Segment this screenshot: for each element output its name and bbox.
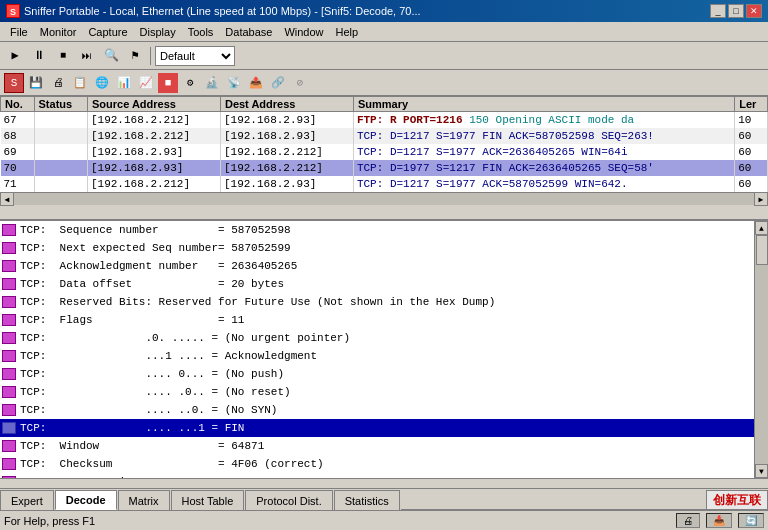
detail-line-icon	[2, 422, 16, 434]
menu-file[interactable]: File	[4, 24, 34, 40]
pause-button[interactable]: ⏸	[28, 45, 50, 67]
menu-help[interactable]: Help	[330, 24, 365, 40]
cell-len: 60	[735, 176, 768, 192]
window-controls[interactable]: _ □ ✕	[710, 4, 762, 18]
detail-line: TCP: Next expected Seq number= 587052599	[0, 239, 768, 257]
flag-button[interactable]: ⚑	[124, 45, 146, 67]
tab-protocol-dist[interactable]: Protocol Dist.	[245, 490, 332, 510]
vscroll-thumb[interactable]	[756, 235, 768, 265]
menu-capture[interactable]: Capture	[82, 24, 133, 40]
detail-line: TCP: Sequence number = 587052598	[0, 221, 768, 239]
detail-line-text: TCP: Data offset = 20 bytes	[20, 278, 284, 290]
search-button[interactable]: 🔍	[100, 45, 122, 67]
detail-line: TCP: Data offset = 20 bytes	[0, 275, 768, 293]
detail-line-icon	[2, 224, 16, 236]
title-bar: S Sniffer Portable - Local, Ethernet (Li…	[0, 0, 768, 22]
tb2-btn-5[interactable]: 🌐	[92, 73, 112, 93]
cell-no: 68	[1, 128, 35, 144]
filter-select[interactable]: Default	[155, 46, 235, 66]
detail-line: TCP: ...1 .... = Acknowledgment	[0, 347, 768, 365]
menu-bar: File Monitor Capture Display Tools Datab…	[0, 22, 768, 42]
detail-line-text: TCP: Urgent pointer = 0	[20, 476, 238, 478]
detail-line-text: TCP: Flags = 11	[20, 314, 244, 326]
table-row[interactable]: 67 [192.168.2.212] [192.168.2.93] FTP: R…	[1, 112, 768, 128]
vscroll-down[interactable]: ▼	[755, 464, 768, 478]
tab-host-table[interactable]: Host Table	[171, 490, 245, 510]
close-button[interactable]: ✕	[746, 4, 762, 18]
tb2-btn-9[interactable]: ⚙	[180, 73, 200, 93]
cell-dst: [192.168.2.93]	[220, 112, 353, 128]
status-text: For Help, press F1	[4, 515, 95, 527]
cell-status	[34, 144, 87, 160]
packet-table: No. Status Source Address Dest Address S…	[0, 96, 768, 192]
cell-src: [192.168.2.212]	[87, 176, 220, 192]
tb2-btn-4[interactable]: 📋	[70, 73, 90, 93]
status-icon-sync: 🔄	[738, 513, 764, 528]
menu-database[interactable]: Database	[219, 24, 278, 40]
detail-line-text: TCP: Next expected Seq number= 587052599	[20, 242, 291, 254]
play-button[interactable]: ▶	[4, 45, 26, 67]
col-dst: Dest Address	[220, 97, 353, 112]
toolbar-1: ▶ ⏸ ■ ⏭ 🔍 ⚑ Default	[0, 42, 768, 70]
filter-dropdown[interactable]: Default	[155, 46, 235, 66]
tb2-btn-13[interactable]: 🔗	[268, 73, 288, 93]
tb2-btn-10[interactable]: 🔬	[202, 73, 222, 93]
tb2-btn-7[interactable]: 📈	[136, 73, 156, 93]
hscroll-left[interactable]: ◀	[0, 192, 14, 206]
packet-hscrollbar[interactable]: ◀ ▶	[0, 192, 768, 206]
hscroll-track[interactable]	[14, 193, 754, 205]
tb2-btn-3[interactable]: 🖨	[48, 73, 68, 93]
tab-statistics[interactable]: Statistics	[334, 490, 400, 510]
tb2-btn-2[interactable]: 💾	[26, 73, 46, 93]
detail-line-text: TCP: .... ...1 = FIN	[20, 422, 244, 434]
tb2-btn-11[interactable]: 📡	[224, 73, 244, 93]
cell-summary: TCP: D=1217 S=1977 FIN ACK=587052598 SEQ…	[353, 128, 734, 144]
tab-bar: Expert Decode Matrix Host Table Protocol…	[0, 488, 768, 510]
tb2-btn-1[interactable]: S	[4, 73, 24, 93]
menu-tools[interactable]: Tools	[182, 24, 220, 40]
detail-line-text: TCP: Acknowledgment number = 2636405265	[20, 260, 297, 272]
detail-line-icon	[2, 296, 16, 308]
detail-line: TCP: Checksum = 4F06 (correct)	[0, 455, 768, 473]
detail-vscrollbar[interactable]: ▲ ▼	[754, 221, 768, 478]
cell-summary: TCP: D=1977 S=1217 FIN ACK=2636405265 SE…	[353, 160, 734, 176]
tab-expert[interactable]: Expert	[0, 490, 54, 510]
detail-line-text: TCP: ...1 .... = Acknowledgment	[20, 350, 317, 362]
tab-matrix[interactable]: Matrix	[118, 490, 170, 510]
cell-src: [192.168.2.93]	[87, 144, 220, 160]
status-icon-down: 📥	[706, 513, 732, 528]
tb2-btn-14[interactable]: ⊘	[290, 73, 310, 93]
table-row[interactable]: 69 [192.168.2.93] [192.168.2.212] TCP: D…	[1, 144, 768, 160]
detail-line-text: TCP: Window = 64871	[20, 440, 264, 452]
detail-line-text: TCP: Checksum = 4F06 (correct)	[20, 458, 324, 470]
detail-line-icon	[2, 278, 16, 290]
cell-no: 67	[1, 112, 35, 128]
table-row[interactable]: 70 [192.168.2.93] [192.168.2.212] TCP: D…	[1, 160, 768, 176]
minimize-button[interactable]: _	[710, 4, 726, 18]
watermark-area: 创新互联	[706, 490, 768, 510]
menu-monitor[interactable]: Monitor	[34, 24, 83, 40]
tb2-btn-6[interactable]: 📊	[114, 73, 134, 93]
app-icon: S	[6, 4, 20, 18]
vscroll-up[interactable]: ▲	[755, 221, 768, 235]
tb2-btn-8[interactable]: ■	[158, 73, 178, 93]
table-row[interactable]: 68 [192.168.2.212] [192.168.2.93] TCP: D…	[1, 128, 768, 144]
hscroll-right[interactable]: ▶	[754, 192, 768, 206]
cell-len: 10	[735, 112, 768, 128]
tb2-btn-12[interactable]: 📤	[246, 73, 266, 93]
maximize-button[interactable]: □	[728, 4, 744, 18]
vscroll-track[interactable]	[755, 235, 768, 464]
menu-display[interactable]: Display	[134, 24, 182, 40]
stop-button[interactable]: ■	[52, 45, 74, 67]
status-icons: 🖨 📥 🔄	[676, 513, 764, 528]
detail-panel: TCP: Sequence number = 587052598TCP: Nex…	[0, 221, 768, 479]
table-row[interactable]: 71 [192.168.2.212] [192.168.2.93] TCP: D…	[1, 176, 768, 192]
cell-no: 70	[1, 160, 35, 176]
tab-decode[interactable]: Decode	[55, 490, 117, 510]
cell-status	[34, 128, 87, 144]
detail-line-icon	[2, 458, 16, 470]
menu-window[interactable]: Window	[278, 24, 329, 40]
skip-button[interactable]: ⏭	[76, 45, 98, 67]
detail-line: TCP: Reserved Bits: Reserved for Future …	[0, 293, 768, 311]
col-status: Status	[34, 97, 87, 112]
